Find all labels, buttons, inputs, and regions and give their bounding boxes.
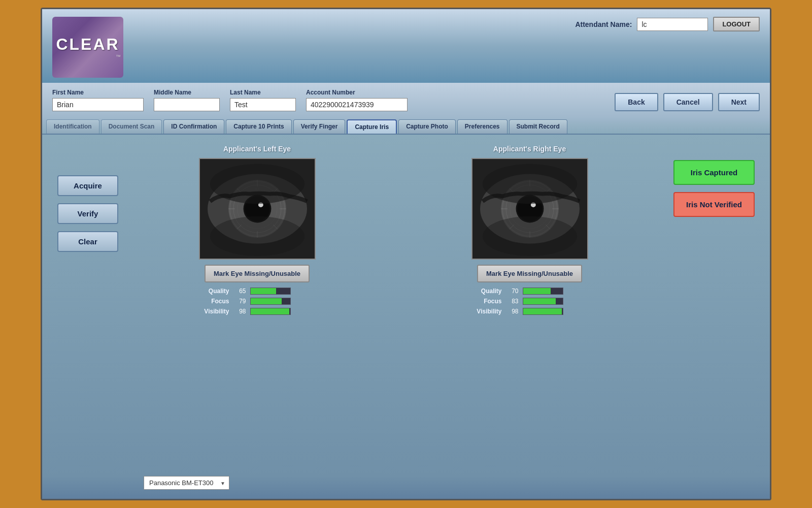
right-focus-bar-bg bbox=[523, 298, 563, 305]
tab-capture-photo[interactable]: Capture Photo bbox=[398, 119, 456, 134]
left-focus-bar-bg bbox=[250, 298, 291, 305]
tab-id-confirmation[interactable]: ID Confirmation bbox=[163, 119, 224, 134]
tab-preferences[interactable]: Preferences bbox=[457, 119, 507, 134]
left-focus-bar-fill bbox=[251, 298, 282, 304]
right-eye-panel: Applicant's Right Eye bbox=[401, 145, 658, 466]
left-focus-value: 79 bbox=[233, 298, 246, 305]
middle-name-input[interactable] bbox=[154, 98, 220, 111]
left-focus-label: Focus bbox=[199, 298, 229, 305]
left-focus-row: Focus 79 bbox=[199, 298, 316, 305]
right-focus-bar-fill bbox=[523, 298, 556, 304]
acquire-button[interactable]: Acquire bbox=[57, 175, 118, 196]
left-visibility-row: Visibility 98 bbox=[199, 308, 316, 315]
account-number-label: Account Number bbox=[306, 89, 408, 96]
iris-captured-badge: Iris Captured bbox=[673, 160, 755, 185]
right-quality-row: Quality 70 bbox=[471, 288, 588, 295]
right-visibility-row: Visibility 98 bbox=[471, 308, 588, 315]
right-visibility-label: Visibility bbox=[471, 308, 502, 315]
left-quality-row: Quality 65 bbox=[199, 288, 316, 295]
tab-capture-iris[interactable]: Capture Iris bbox=[347, 119, 397, 134]
header: CLEAR ™ Attendant Name: LOGOUT bbox=[42, 9, 770, 83]
tab-submit-record[interactable]: Submit Record bbox=[509, 119, 567, 134]
right-visibility-value: 98 bbox=[506, 308, 519, 315]
last-name-group: Last Name bbox=[230, 89, 296, 111]
tab-verify-finger[interactable]: Verify Finger bbox=[293, 119, 346, 134]
left-eye-image bbox=[199, 158, 316, 260]
right-visibility-bar-fill bbox=[523, 308, 562, 314]
eyes-section: Applicant's Left Eye bbox=[128, 145, 755, 466]
last-name-label: Last Name bbox=[230, 89, 296, 96]
camera-row: Panasonic BM-ET300 Generic USB Camera ▼ bbox=[42, 476, 770, 499]
tab-document-scan[interactable]: Document Scan bbox=[101, 119, 162, 134]
right-visibility-bar-bg bbox=[523, 308, 563, 315]
left-eye-svg bbox=[200, 159, 315, 259]
camera-select-wrapper: Panasonic BM-ET300 Generic USB Camera ▼ bbox=[144, 476, 229, 490]
right-quality-value: 70 bbox=[506, 288, 519, 295]
left-quality-bar-fill bbox=[251, 288, 277, 294]
svg-point-18 bbox=[210, 216, 304, 256]
iris-not-verified-badge: Iris Not Verified bbox=[673, 192, 755, 217]
logo-text: CLEAR bbox=[56, 35, 119, 54]
left-eye-title: Applicant's Left Eye bbox=[223, 145, 291, 153]
first-name-input[interactable] bbox=[52, 98, 144, 111]
left-controls: Acquire Verify Clear bbox=[57, 145, 118, 466]
cancel-button[interactable]: Cancel bbox=[663, 93, 713, 111]
clear-button[interactable]: Clear bbox=[57, 231, 118, 252]
logo-tm: ™ bbox=[116, 54, 121, 59]
mark-left-eye-button[interactable]: Mark Eye Missing/Unusable bbox=[205, 265, 310, 282]
tab-capture-10-prints[interactable]: Capture 10 Prints bbox=[226, 119, 291, 134]
first-name-label: First Name bbox=[52, 89, 144, 96]
right-focus-row: Focus 83 bbox=[471, 298, 588, 305]
left-quality-label: Quality bbox=[199, 288, 229, 295]
status-badges: Iris Captured Iris Not Verified bbox=[673, 145, 755, 466]
right-eye-metrics: Quality 70 Focus 83 bbox=[471, 288, 588, 315]
svg-point-37 bbox=[482, 216, 577, 256]
right-focus-value: 83 bbox=[506, 298, 519, 305]
main-content: Acquire Verify Clear Applicant's Left Ey… bbox=[42, 135, 770, 476]
left-visibility-value: 98 bbox=[233, 308, 246, 315]
form-row: First Name Middle Name Last Name Account… bbox=[42, 83, 770, 117]
camera-select[interactable]: Panasonic BM-ET300 Generic USB Camera bbox=[144, 476, 229, 490]
logo: CLEAR ™ bbox=[52, 17, 123, 78]
middle-name-label: Middle Name bbox=[154, 89, 220, 96]
attendant-area: Attendant Name: LOGOUT bbox=[575, 17, 760, 31]
left-eye-metrics: Quality 65 Focus 79 bbox=[199, 288, 316, 315]
left-quality-bar-bg bbox=[250, 288, 291, 295]
left-visibility-bar-bg bbox=[250, 308, 291, 315]
right-eye-svg bbox=[472, 159, 587, 259]
left-quality-value: 65 bbox=[233, 288, 246, 295]
right-eye-title: Applicant's Right Eye bbox=[493, 145, 566, 153]
right-quality-label: Quality bbox=[471, 288, 502, 295]
left-eye-panel: Applicant's Left Eye bbox=[128, 145, 386, 466]
account-number-input[interactable] bbox=[306, 98, 408, 111]
verify-button[interactable]: Verify bbox=[57, 203, 118, 224]
back-button[interactable]: Back bbox=[615, 93, 658, 111]
attendant-input[interactable] bbox=[637, 18, 708, 31]
right-quality-bar-bg bbox=[523, 288, 563, 295]
right-focus-label: Focus bbox=[471, 298, 502, 305]
tabs-row: Identification Document Scan ID Confirma… bbox=[42, 117, 770, 135]
mark-right-eye-button[interactable]: Mark Eye Missing/Unusable bbox=[477, 265, 582, 282]
first-name-group: First Name bbox=[52, 89, 144, 111]
middle-name-group: Middle Name bbox=[154, 89, 220, 111]
account-number-group: Account Number bbox=[306, 89, 408, 111]
left-visibility-bar-fill bbox=[251, 308, 289, 314]
next-button[interactable]: Next bbox=[718, 93, 760, 111]
last-name-input[interactable] bbox=[230, 98, 296, 111]
left-visibility-label: Visibility bbox=[199, 308, 229, 315]
action-buttons: Back Cancel Next bbox=[615, 93, 760, 111]
logout-button[interactable]: LOGOUT bbox=[713, 17, 760, 31]
attendant-label: Attendant Name: bbox=[575, 20, 632, 28]
tab-identification[interactable]: Identification bbox=[46, 119, 99, 134]
right-quality-bar-fill bbox=[523, 288, 551, 294]
right-eye-image bbox=[471, 158, 588, 260]
